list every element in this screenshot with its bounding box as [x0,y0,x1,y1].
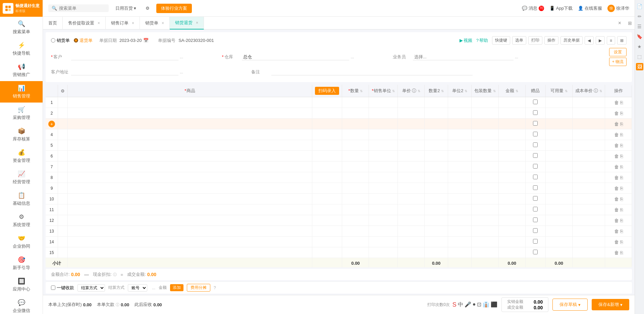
salesperson-input[interactable] [413,54,514,60]
price-cell[interactable] [398,129,425,140]
radio-sale-input[interactable] [51,38,55,43]
unit-cell[interactable] [369,194,398,204]
qty-cell[interactable] [342,162,369,172]
right-tool-grid[interactable]: ⬚ [636,53,643,60]
unit-cell[interactable] [369,204,398,215]
customer-picker-icon[interactable]: ... [180,55,183,59]
qty2-cell[interactable] [425,215,448,226]
amount-cell[interactable] [498,97,525,108]
radio-return[interactable]: 退货单 [74,38,93,44]
sidebar-item-inventory[interactable]: 📦 库存核算 [0,124,43,145]
product-cell[interactable] [68,108,312,119]
pack-cell[interactable] [472,172,499,183]
delete-row-btn[interactable]: 🗑 [613,164,620,170]
tab-close-icon[interactable]: × [196,20,198,25]
product-cell[interactable] [68,215,312,226]
amount-cell[interactable] [498,204,525,215]
qty2-cell[interactable] [425,151,448,162]
pack-cell[interactable] [472,226,499,237]
right-tool-edit[interactable]: ✏ [636,13,643,20]
radio-return-input[interactable] [74,38,78,43]
tab-close-icon[interactable]: × [162,21,164,25]
delete-row-btn[interactable]: 🗑 [613,185,620,192]
amount-cell[interactable] [498,140,525,151]
sidebar-item-finance[interactable]: 💰 资金管理 [0,145,43,167]
right-tool-bookmark[interactable]: 🔖 [636,33,643,40]
copy-row-btn[interactable]: ⎘ [620,153,624,160]
amount-cell[interactable] [498,108,525,119]
tab-sales-bill[interactable]: 销货单 × [140,17,170,29]
unit-cell[interactable] [369,172,398,183]
price-cell[interactable] [398,215,425,226]
warehouse-picker-icon[interactable]: ... [351,55,354,59]
gift-cell[interactable] [525,237,545,247]
price-cell[interactable] [398,108,425,119]
sidebar-item-quicknav[interactable]: ⚡ 快捷导航 [0,38,43,60]
pack-cell[interactable] [472,204,499,215]
unit-cell[interactable] [369,151,398,162]
account-select[interactable]: 账号 [128,284,147,292]
delete-row-btn[interactable]: 🗑 [613,131,620,138]
list-view-btn[interactable]: ≡ [607,36,615,45]
sidebar-item-guide[interactable]: 🎯 新手引导 [0,253,43,274]
amount-cell[interactable] [498,129,525,140]
copy-row-btn[interactable]: ⎘ [620,217,624,224]
price-cell[interactable] [398,172,425,183]
sidebar-item-wechat[interactable]: 💬 企业微信 [0,296,43,314]
unit-cell[interactable] [369,119,398,129]
delete-row-btn[interactable]: 🗑 [613,153,620,160]
col-scan[interactable]: 扫码录入 [312,85,342,97]
product-cell[interactable] [68,183,312,194]
qty2-cell[interactable] [425,140,448,151]
qty2-cell[interactable] [425,172,448,183]
pack-cell[interactable] [472,194,499,204]
delete-row-btn[interactable]: 🗑 [613,110,620,117]
message-btn[interactable]: 💬 消息 70 [522,5,544,11]
gift-checkbox[interactable] [533,142,538,147]
sort-icon[interactable]: ⇅ [441,89,444,93]
search-input[interactable] [59,6,99,11]
payment-method-select[interactable]: 结算方式 [77,284,105,292]
gift-checkbox[interactable] [533,153,538,158]
unit-cell[interactable] [369,140,398,151]
unit-cell[interactable] [369,183,398,194]
product-cell[interactable] [68,226,312,237]
copy-row-btn[interactable]: ⎘ [620,174,624,181]
unit-cell[interactable] [369,247,398,258]
user-avatar[interactable]: 徐 徐泽华 [607,5,629,12]
prev-btn[interactable]: ◀ [585,36,594,45]
unit2-cell[interactable] [448,140,472,151]
price-cell[interactable] [398,119,425,129]
unit2-cell[interactable] [448,119,472,129]
delete-row-btn[interactable]: 🗑 [613,249,620,256]
pack-cell[interactable] [472,247,499,258]
topbar-search-box[interactable]: 🔍 [48,4,109,12]
product-cell[interactable] [68,237,312,247]
sort-icon[interactable]: ⇅ [516,89,518,93]
save-new-button[interactable]: 保存&新增 ▾ [592,299,629,310]
help-link[interactable]: ? 帮助 [476,38,488,44]
price-cell[interactable] [398,204,425,215]
copy-row-btn[interactable]: ⎘ [620,228,624,235]
copy-row-btn[interactable]: ⎘ [620,206,624,213]
gift-cell[interactable] [525,140,545,151]
price-cell[interactable] [398,151,425,162]
qty2-cell[interactable] [425,108,448,119]
amount-cell[interactable] [498,226,525,237]
qty-cell[interactable] [342,183,369,194]
tab-sales-return[interactable]: 销货退货 × [170,17,204,29]
unit2-cell[interactable] [448,215,472,226]
unit2-cell[interactable] [448,172,472,183]
unit-cell[interactable] [369,129,398,140]
shortcut-btn[interactable]: 快捷键 [492,36,510,45]
right-tool-star[interactable]: ★ [636,43,643,50]
amount-cell[interactable] [498,183,525,194]
copy-row-btn[interactable]: ⎘ [620,249,624,256]
onestep-checkbox-input[interactable] [51,286,55,290]
add-payment-btn[interactable]: 添加 [170,284,183,291]
delete-row-btn[interactable]: 🗑 [613,206,620,213]
pack-cell[interactable] [472,108,499,119]
product-input[interactable] [70,121,309,126]
unit2-cell[interactable] [448,108,472,119]
video-link[interactable]: ▶ 视频 [460,38,472,44]
